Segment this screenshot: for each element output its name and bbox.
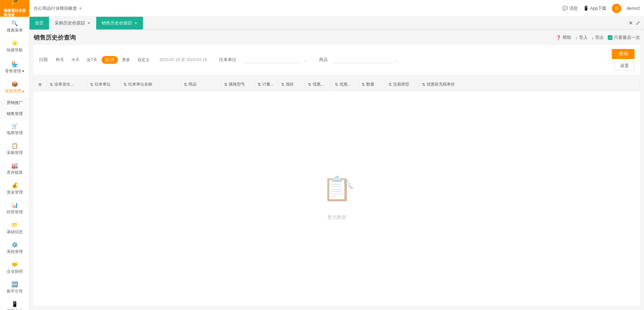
date-btn-custom[interactable]: 自定义: [135, 56, 153, 64]
th-price[interactable]: ⇅ 报价: [278, 78, 305, 91]
finance-icon: 💰: [1, 182, 28, 189]
tabs-right-actions: ✕ ⤢: [625, 20, 644, 26]
sidebar-item-operations[interactable]: 📊 经营管理: [0, 199, 29, 218]
page-title: 销售历史价查询: [34, 34, 76, 42]
sidebar-item-appstore[interactable]: 📱 应用中心: [0, 298, 29, 310]
th-discount1-label: 优惠...: [313, 82, 324, 87]
sidebar-item-enterprise[interactable]: 🤝 企业协同: [0, 258, 29, 278]
tabs-bar: 首页 采购历史价跟踪 ✕ 销售历史价跟踪 ✕ ✕ ⤢: [30, 17, 644, 30]
sort-icon-date: ⇅: [50, 82, 53, 87]
date-btn-yesterday[interactable]: 昨天: [53, 56, 67, 64]
purchase-icon: 📋: [1, 143, 28, 149]
sidebar-item-sales-mgmt[interactable]: 销售管理: [0, 108, 29, 119]
sidebar-item-label-search: 搜索菜单: [7, 28, 23, 33]
filter-unit-input[interactable]: [242, 56, 301, 63]
th-discount2[interactable]: ⇅ 优惠...: [332, 78, 359, 91]
help-icon: ❓: [556, 35, 561, 40]
sort-icon-spec: ⇅: [224, 82, 227, 87]
filter-product-input-group: ...: [333, 56, 398, 63]
topbar-message[interactable]: 💬 消息: [562, 5, 578, 11]
sidebar-item-label-enterprise: 企业协同: [7, 269, 23, 274]
date-btn-today[interactable]: 今天: [68, 56, 83, 64]
th-tax-price-label: 优惠前无税单价: [427, 82, 455, 87]
th-date[interactable]: ⇅ 业务发生...: [47, 78, 87, 91]
empty-illustration: 📋 🔍: [320, 177, 354, 210]
sidebar-item-system[interactable]: ⚙️ 系统管理: [0, 238, 29, 258]
th-unit-code[interactable]: ⇅ 往来单位: [87, 78, 121, 91]
date-btn-last1m[interactable]: 近1月: [102, 56, 118, 64]
topbar: 办公用品行业模拟账套 ▼ 💬 消息 📱 App下载 D demo2: [30, 0, 644, 17]
app-download-icon: 📱: [583, 6, 589, 11]
sidebar-item-basic[interactable]: 📁 基础信息: [0, 218, 29, 238]
th-trade-label: 交易类型: [393, 82, 409, 87]
system-icon: ⚙️: [1, 242, 28, 248]
sort-icon-price: ⇅: [281, 82, 284, 87]
topbar-app-download[interactable]: 📱 App下载: [583, 5, 606, 11]
sidebar-item-finance[interactable]: 💰 资金管理: [0, 179, 29, 199]
checkbox-checked-icon: ✓: [608, 35, 612, 40]
user-avatar[interactable]: D: [612, 4, 621, 13]
sidebar-item-label-sales-mgmt: 销售管理: [7, 111, 23, 116]
date-btn-last7[interactable]: 近7天: [84, 56, 100, 64]
sort-icon-unit-code: ⇅: [90, 82, 93, 87]
th-gear[interactable]: ⚙: [34, 78, 47, 91]
user-avatar-text: D: [615, 6, 618, 11]
message-label: 消息: [569, 5, 578, 11]
tabs-expand-icon[interactable]: ⤢: [636, 20, 640, 26]
sidebar-item-ecommerce[interactable]: 🛒 电商管理: [0, 119, 29, 139]
tab-sales-history-close[interactable]: ✕: [134, 21, 138, 25]
filter-row-1: 日期 昨天 今天 近7天 近1月 更多 自定义 2023-02-18 至 202…: [39, 49, 635, 70]
th-product[interactable]: ⇅ 商品: [181, 78, 221, 91]
sidebar-item-label-appstore: 应用中心: [7, 309, 23, 310]
th-spec-label: 规格型号: [229, 82, 245, 87]
sidebar: 🍊 畅捷通好生意 标准版 🔍 搜索菜单 ⭐ 快捷导航 🏪 零售管理 ▾ 📦 批发…: [0, 0, 30, 310]
th-spec[interactable]: ⇅ 规格型号: [221, 78, 255, 91]
user-name[interactable]: demo2: [627, 6, 640, 11]
th-discount1[interactable]: ⇅ 优惠...: [305, 78, 332, 91]
tab-home[interactable]: 首页: [30, 17, 49, 30]
sidebar-logo: 🍊 畅捷通好生意 标准版: [0, 0, 29, 17]
tabs-close-icon[interactable]: ✕: [629, 20, 633, 26]
export-icon: ↓: [592, 35, 594, 40]
sidebar-item-label-basic: 基础信息: [7, 229, 23, 234]
th-unit-measure-label: 计量...: [262, 82, 274, 87]
sidebar-item-search[interactable]: 🔍 搜索菜单: [0, 17, 29, 37]
sidebar-item-shortcuts[interactable]: ⭐ 快捷导航: [0, 37, 29, 56]
sort-icon-discount2: ⇅: [335, 82, 338, 87]
th-price-label: 报价: [286, 82, 294, 87]
sidebar-item-retail[interactable]: 🏪 零售管理 ▾: [0, 58, 29, 78]
th-tax-price[interactable]: ⇅ 优惠前无税单价: [419, 78, 640, 91]
tool-export[interactable]: ↓ 导出: [592, 35, 604, 41]
content-area: 销售历史价查询 ❓ 帮助 ↑ 导入 ↓ 导出 ✓ 只看最后一次: [30, 30, 644, 310]
topbar-dropdown-icon[interactable]: ▼: [78, 6, 82, 10]
sidebar-item-wholesale[interactable]: 📦 批发管理 ▴: [0, 78, 29, 97]
tool-import[interactable]: ↑ 导入: [575, 35, 588, 41]
filter-product-dots[interactable]: ...: [395, 57, 398, 62]
tab-sales-history[interactable]: 销售历史价跟踪 ✕: [96, 17, 143, 30]
query-button[interactable]: 查询: [612, 49, 635, 59]
sidebar-item-inventory[interactable]: 🏭 库存核算: [0, 159, 29, 179]
tab-purchase-history[interactable]: 采购历史价跟踪 ✕: [49, 17, 96, 30]
import-icon: ↑: [575, 35, 578, 40]
date-btn-more[interactable]: 更多: [119, 56, 133, 64]
th-unit-measure[interactable]: ⇅ 计量...: [255, 78, 278, 91]
filter-unit-dots[interactable]: ...: [304, 57, 307, 62]
tool-help[interactable]: ❓ 帮助: [556, 35, 571, 41]
sidebar-item-marketing[interactable]: 营销推广: [0, 97, 29, 108]
filter-product-input[interactable]: [333, 56, 392, 63]
tab-purchase-history-close[interactable]: ✕: [87, 21, 91, 25]
logo-text: 畅捷通好生意 标准版: [4, 8, 26, 17]
only-last-checkbox[interactable]: ✓ 只看最后一次: [608, 35, 640, 41]
newuser-icon: 🆕: [1, 281, 28, 288]
sidebar-item-newuser[interactable]: 🆕 新手引导: [0, 278, 29, 298]
filter-date-label: 日期: [39, 57, 48, 63]
th-unit-name[interactable]: ⇅ 往来单位名称: [121, 78, 181, 91]
date-range-display: 2023-02-18 至 2023-03-18: [159, 57, 207, 63]
th-trade-type[interactable]: ⇅ 交易类型: [386, 78, 419, 91]
sidebar-item-purchase[interactable]: 📋 采购管理: [0, 139, 29, 159]
th-qty[interactable]: ⇅ 数量: [359, 78, 386, 91]
tab-sales-history-label: 销售历史价跟踪: [102, 20, 132, 26]
sort-icon-trade: ⇅: [388, 82, 392, 87]
settings-button[interactable]: 设置: [614, 61, 635, 70]
sort-icon-qty: ⇅: [362, 82, 365, 87]
